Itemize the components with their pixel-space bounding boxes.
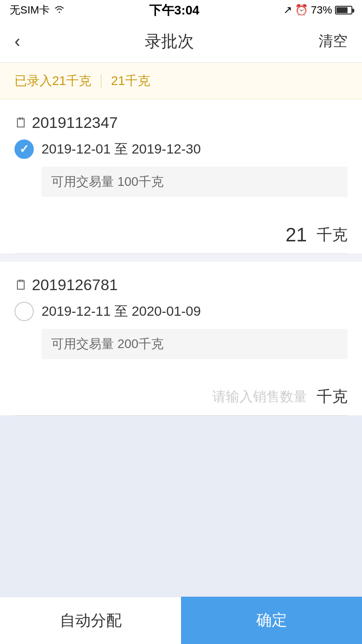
status-bar: 无SIM卡 下午3:04 ↗ ⏰ 73% — [0, 0, 362, 20]
auto-distribute-button[interactable]: 自动分配 — [0, 597, 181, 644]
wifi-icon — [54, 4, 65, 16]
alarm-icon: ⏰ — [295, 4, 308, 16]
status-time: 下午3:04 — [149, 2, 199, 19]
quantity-row-1[interactable]: 21 千克 — [0, 216, 362, 253]
bottom-buttons: 自动分配 确定 — [0, 597, 362, 644]
status-right: ↗ ⏰ 73% — [283, 4, 352, 16]
batch-date-row-2: 2019-12-11 至 2020-01-09 — [14, 302, 348, 321]
status-left: 无SIM卡 — [10, 3, 65, 17]
page-title: 录批次 — [145, 30, 194, 53]
batch-list: 🗒 2019112347 2019-12-01 至 2019-12-30 可用交… — [0, 99, 362, 416]
batch-availability-2: 可用交易量 200千克 — [42, 329, 348, 359]
batch-radio-2[interactable] — [14, 302, 34, 321]
back-button[interactable]: ‹ — [14, 31, 20, 52]
location-icon: ↗ — [283, 4, 292, 16]
summary-amount: 21千克 — [111, 72, 150, 89]
empty-area — [0, 416, 362, 609]
battery-percent: 73% — [311, 4, 332, 16]
carrier-text: 无SIM卡 — [10, 3, 50, 17]
batch-date-1: 2019-12-01 至 2019-12-30 — [42, 140, 201, 158]
availability-text-1: 可用交易量 100千克 — [51, 174, 164, 189]
batch-header-1: 🗒 2019112347 — [14, 114, 348, 132]
quantity-unit-1: 千克 — [317, 224, 348, 246]
quantity-row-2[interactable]: 请输入销售数量 千克 — [0, 378, 362, 415]
quantity-input-2[interactable]: 请输入销售数量 — [14, 388, 307, 406]
quantity-placeholder-2: 请输入销售数量 — [212, 388, 307, 406]
summary-bar: 已录入21千克 21千克 — [0, 63, 362, 99]
batch-date-row-1: 2019-12-01 至 2019-12-30 — [14, 140, 348, 159]
battery-icon — [335, 6, 352, 14]
quantity-input-1[interactable]: 21 — [14, 224, 307, 246]
batch-doc-icon-2: 🗒 — [14, 277, 28, 293]
batch-id-2: 2019126781 — [32, 276, 118, 294]
section-separator — [0, 254, 362, 262]
batch-availability-1: 可用交易量 100千克 — [42, 167, 348, 197]
batch-id-1: 2019112347 — [32, 114, 118, 132]
batch-date-2: 2019-12-11 至 2020-01-09 — [42, 302, 201, 321]
batch-item-1: 🗒 2019112347 2019-12-01 至 2019-12-30 可用交… — [0, 99, 362, 216]
quantity-unit-2: 千克 — [317, 386, 348, 407]
batch-item-2: 🗒 2019126781 2019-12-11 至 2020-01-09 可用交… — [0, 262, 362, 378]
confirm-button[interactable]: 确定 — [181, 597, 362, 644]
availability-text-2: 可用交易量 200千克 — [51, 336, 164, 351]
summary-label: 已录入21千克 — [14, 72, 91, 89]
batch-doc-icon-1: 🗒 — [14, 115, 28, 131]
quantity-value-1: 21 — [286, 224, 307, 246]
summary-divider — [101, 74, 101, 88]
nav-bar: ‹ 录批次 清空 — [0, 20, 362, 63]
batch-radio-1[interactable] — [14, 140, 34, 159]
batch-header-2: 🗒 2019126781 — [14, 276, 348, 294]
clear-button[interactable]: 清空 — [319, 31, 348, 51]
